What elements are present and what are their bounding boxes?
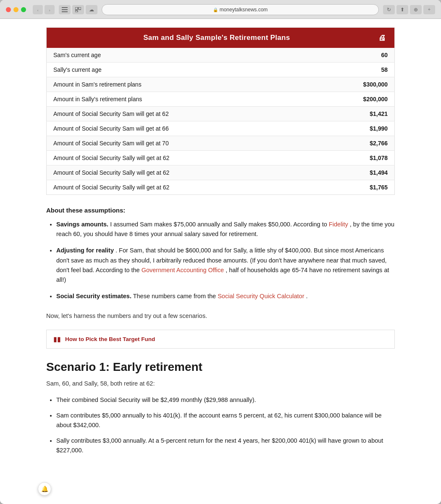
retirement-table: Sam and Sally Sample's Retirement Plans … bbox=[46, 27, 395, 195]
table-cell-label: Amount of Social Security Sam will get a… bbox=[47, 121, 315, 136]
related-article-icon: ▮▮ bbox=[53, 335, 61, 343]
cloud-button[interactable]: ☁ bbox=[86, 5, 97, 14]
assumptions-list: Savings amounts. I assumed Sam makes $75… bbox=[46, 220, 395, 301]
svg-rect-5 bbox=[75, 10, 78, 12]
url-bar[interactable]: 🔒 moneytalksnews.com bbox=[102, 4, 379, 15]
table-cell-value: 58 bbox=[315, 63, 395, 77]
table-cell-value: $1,421 bbox=[315, 107, 395, 121]
new-tab-button[interactable]: + bbox=[423, 5, 435, 14]
assumption-social-security: Social Security estimates. These numbers… bbox=[56, 291, 395, 301]
table-row: Sam's current age 60 bbox=[47, 48, 395, 63]
back-button[interactable]: ‹ bbox=[33, 5, 43, 14]
browser-actions: ↻ ⬆ ⊕ + bbox=[383, 5, 435, 14]
ss-bold: Social Security estimates. bbox=[56, 293, 131, 299]
ss-text: These numbers came from the bbox=[133, 293, 218, 299]
maximize-dot[interactable] bbox=[21, 7, 26, 12]
share-button[interactable]: ⬆ bbox=[396, 5, 408, 14]
fidelity-link[interactable]: Fidelity bbox=[329, 221, 348, 228]
scenario-list-item: Their combined Social Security will be $… bbox=[56, 395, 395, 405]
scenario-list-item: Sally contributes $3,000 annually. At a … bbox=[56, 436, 395, 455]
table-cell-label: Amount of Social Security Sally will get… bbox=[47, 180, 315, 195]
svg-rect-4 bbox=[79, 7, 81, 10]
table-cell-value: $1,078 bbox=[315, 151, 395, 165]
scenario-list: Their combined Social Security will be $… bbox=[46, 395, 395, 456]
print-icon[interactable]: 🖨 bbox=[378, 34, 386, 42]
related-article-box: ▮▮ How to Pick the Best Target Fund bbox=[46, 330, 395, 349]
table-cell-label: Sam's current age bbox=[47, 48, 315, 63]
minimize-dot[interactable] bbox=[13, 7, 18, 12]
assumptions-section: About these assumptions: Savings amounts… bbox=[46, 207, 395, 301]
related-article-link[interactable]: How to Pick the Best Target Fund bbox=[65, 336, 155, 342]
lock-icon: 🔒 bbox=[213, 8, 218, 12]
table-row: Amount of Social Security Sally will get… bbox=[47, 180, 395, 195]
browser-nav: ‹ › bbox=[33, 5, 55, 14]
table-cell-value: $2,766 bbox=[315, 136, 395, 151]
page-content: Sam and Sally Sample's Retirement Plans … bbox=[0, 19, 441, 504]
sidebar-button[interactable] bbox=[59, 5, 71, 14]
table-row: Amount in Sam's retirement plans $300,00… bbox=[47, 77, 395, 92]
table-cell-label: Amount in Sam's retirement plans bbox=[47, 77, 315, 92]
table-cell-label: Amount of Social Security Sally will get… bbox=[47, 165, 315, 180]
scenario-heading: Scenario 1: Early retirement bbox=[46, 360, 395, 374]
table-cell-value: $1,494 bbox=[315, 165, 395, 180]
table-row: Sally's current age 58 bbox=[47, 63, 395, 77]
table-row: Amount of Social Security Sam will get a… bbox=[47, 136, 395, 151]
table-cell-label: Amount in Sally's retirement plans bbox=[47, 92, 315, 107]
ss-after: . bbox=[306, 293, 308, 299]
svg-rect-3 bbox=[75, 7, 78, 10]
forward-button[interactable]: › bbox=[45, 5, 55, 14]
table-row: Amount of Social Security Sam will get a… bbox=[47, 121, 395, 136]
browser-chrome: ‹ › ☁ 🔒 moneytalksnews.com ↻ ⬆ ⊕ + bbox=[0, 0, 441, 19]
browser-window: ‹ › ☁ 🔒 moneytalksnews.com ↻ ⬆ ⊕ + bbox=[0, 0, 441, 504]
browser-dots bbox=[6, 7, 26, 12]
gao-link[interactable]: Government Accounting Office bbox=[142, 267, 224, 273]
svg-rect-2 bbox=[62, 11, 68, 12]
table-title-text: Sam and Sally Sample's Retirement Plans bbox=[143, 34, 290, 42]
table-cell-value: $200,000 bbox=[315, 92, 395, 107]
url-text: moneytalksnews.com bbox=[220, 7, 268, 13]
table-cell-value: $1,990 bbox=[315, 121, 395, 136]
savings-bold: Savings amounts. bbox=[56, 221, 108, 228]
table-cell-label: Amount of Social Security Sally will get… bbox=[47, 151, 315, 165]
extensions-button[interactable]: ⊕ bbox=[410, 5, 422, 14]
ss-calculator-link[interactable]: Social Security Quick Calculator bbox=[218, 293, 304, 299]
notification-bell[interactable]: 🔔 bbox=[38, 482, 51, 496]
scenario-intro: Sam, 60, and Sally, 58, both retire at 6… bbox=[46, 379, 395, 388]
reality-bold: Adjusting for reality bbox=[56, 247, 114, 254]
table-header-row: Sam and Sally Sample's Retirement Plans … bbox=[47, 28, 395, 48]
table-row: Amount in Sally's retirement plans $200,… bbox=[47, 92, 395, 107]
refresh-button[interactable]: ↻ bbox=[383, 5, 395, 14]
tab-button[interactable] bbox=[72, 5, 84, 14]
table-row: Amount of Social Security Sally will get… bbox=[47, 151, 395, 165]
table-cell-value: 60 bbox=[315, 48, 395, 63]
table-row: Amount of Social Security Sally will get… bbox=[47, 165, 395, 180]
scenario-list-item: Sam contributes $5,000 annually to his 4… bbox=[56, 411, 395, 430]
assumption-reality: Adjusting for reality . For Sam, that sh… bbox=[56, 246, 395, 285]
savings-text: I assumed Sam makes $75,000 annually and… bbox=[110, 221, 329, 228]
browser-controls: ☁ bbox=[59, 5, 97, 14]
table-title: Sam and Sally Sample's Retirement Plans … bbox=[47, 28, 394, 48]
assumption-savings: Savings amounts. I assumed Sam makes $75… bbox=[56, 220, 395, 239]
close-dot[interactable] bbox=[6, 7, 11, 12]
table-cell-label: Sally's current age bbox=[47, 63, 315, 77]
table-cell-label: Amount of Social Security Sam will get a… bbox=[47, 107, 315, 121]
table-cell-value: $1,765 bbox=[315, 180, 395, 195]
intro-text: Now, let's harness the numbers and try o… bbox=[46, 311, 395, 321]
svg-rect-0 bbox=[62, 7, 68, 8]
table-row: Amount of Social Security Sam will get a… bbox=[47, 107, 395, 121]
table-cell-label: Amount of Social Security Sam will get a… bbox=[47, 136, 315, 151]
table-cell-value: $300,000 bbox=[315, 77, 395, 92]
svg-rect-1 bbox=[62, 9, 68, 10]
assumptions-title: About these assumptions: bbox=[46, 207, 395, 214]
